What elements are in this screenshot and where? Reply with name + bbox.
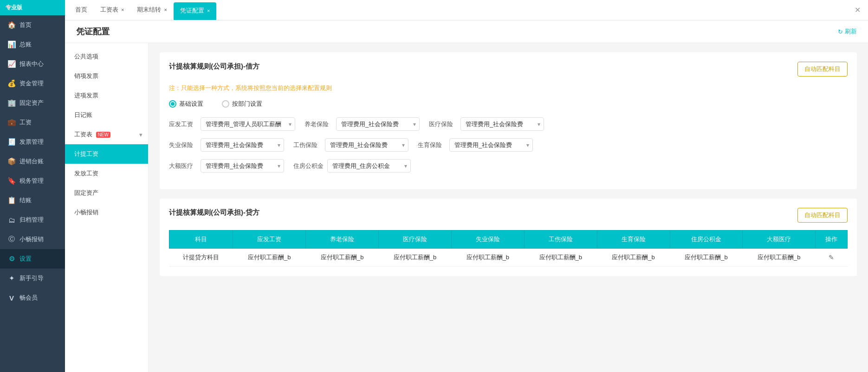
xiaochang-icon: Ⓒ	[7, 235, 16, 244]
radio-group: 基础设置 按部门设置	[169, 100, 848, 108]
close-all-tabs[interactable]: ✕	[851, 4, 864, 16]
left-nav-xiao-report[interactable]: 小畅报销	[65, 203, 148, 222]
left-nav-calc-salary[interactable]: 计提工资	[65, 144, 148, 164]
edit-icon[interactable]: ✎	[829, 254, 834, 261]
select-wrapper-major-medical: 管理费用_社会保险费	[201, 159, 284, 173]
sidebar-item-reports[interactable]: 📈 报表中心	[0, 54, 65, 74]
close-account-icon: 📋	[7, 196, 16, 205]
tab-home[interactable]: 首页	[69, 0, 94, 20]
col-unemployment: 失业保险	[451, 231, 524, 249]
select-pension[interactable]: 管理费用_社会保险费	[336, 117, 420, 131]
left-nav-public[interactable]: 公共选项	[65, 47, 148, 66]
sidebar-item-xiaochang[interactable]: Ⓒ 小畅报销	[0, 230, 65, 249]
tab-payroll[interactable]: 工资表 ×	[94, 0, 130, 20]
right-content: 计提核算规则(公司承担)-借方 自动匹配科目 注：只能选择一种方式，系统将按照您…	[149, 43, 868, 372]
form-row-1: 应发工资 管理费用_管理人员职工薪酬 养老保险 管理费用_社会保险费	[169, 117, 848, 131]
select-wrapper-maternity: 管理费用_社会保险费	[449, 138, 533, 152]
main-area: 首页 工资表 × 期末结转 × 凭证配置 × ✕ 凭证配置 ↻ 刷新 公共选项	[65, 0, 868, 372]
select-maternity[interactable]: 管理费用_社会保险费	[449, 138, 533, 152]
tab-voucher[interactable]: 凭证配置 ×	[174, 2, 216, 20]
cell-pension: 应付职工薪酬_b	[306, 249, 379, 267]
content-area: 公共选项 销项发票 进项发票 日记账 工资表 NEW ▾ 计提工资	[65, 43, 868, 372]
sidebar-item-funds[interactable]: 💰 资金管理	[0, 74, 65, 93]
tab-period-close[interactable]: ×	[164, 7, 167, 13]
cell-injury: 应付职工薪酬_b	[524, 249, 597, 267]
select-salary[interactable]: 管理费用_管理人员职工薪酬	[201, 117, 295, 131]
sidebar-item-assets[interactable]: 🏢 固定资产	[0, 93, 65, 113]
cell-major-medical: 应付职工薪酬_b	[743, 249, 816, 267]
invoice-icon: 🧾	[7, 138, 16, 146]
label-major-medical: 大额医疗	[169, 162, 197, 170]
select-medical[interactable]: 管理费用_社会保险费	[460, 117, 544, 131]
app-name: 专业版	[0, 0, 65, 15]
refresh-icon: ↻	[838, 28, 843, 35]
refresh-button[interactable]: ↻ 刷新	[838, 27, 857, 36]
field-housing: 住房公积金 管理费用_住房公积金	[293, 159, 411, 173]
left-nav-journal[interactable]: 日记账	[65, 105, 148, 125]
form-row-2: 失业保险 管理费用_社会保险费 工伤保险 管理费用_社会保险费	[169, 138, 848, 152]
sidebar: 专业版 🏠 首页 📊 总账 📈 报表中心 💰 资金管理 🏢 固定资产 💼 工资 …	[0, 0, 65, 372]
sidebar-item-home[interactable]: 🏠 首页	[0, 15, 65, 35]
col-major-medical: 大额医疗	[743, 231, 816, 249]
section-credit: 计提核算规则(公司承担)-贷方 自动匹配科目 科目 应发工资 养老保险 医疗保险…	[160, 199, 857, 276]
sidebar-item-inventory[interactable]: 📦 进销台账	[0, 152, 65, 171]
salary-icon: 💼	[7, 118, 16, 127]
field-salary: 应发工资 管理费用_管理人员职工薪酬	[169, 117, 295, 131]
col-salary: 应发工资	[233, 231, 306, 249]
left-nav-cancel-invoice[interactable]: 销项发票	[65, 66, 148, 86]
home-icon: 🏠	[7, 21, 16, 29]
cell-medical: 应付职工薪酬_b	[379, 249, 452, 267]
col-maternity: 生育保险	[597, 231, 670, 249]
inventory-icon: 📦	[7, 157, 16, 166]
col-housing: 住房公积金	[670, 231, 743, 249]
sidebar-item-guide[interactable]: ✦ 新手引导	[0, 269, 65, 288]
field-unemployment: 失业保险 管理费用_社会保险费	[169, 138, 284, 152]
left-nav-payroll-table[interactable]: 工资表 NEW ▾	[65, 125, 148, 144]
auto-match-debit-button[interactable]: 自动匹配科目	[797, 62, 848, 77]
select-wrapper-medical: 管理费用_社会保险费	[460, 117, 544, 131]
sidebar-item-tax[interactable]: 🔖 税务管理	[0, 171, 65, 191]
col-action: 操作	[816, 231, 848, 249]
select-injury[interactable]: 管理费用_社会保险费	[325, 138, 408, 152]
left-nav-input-invoice[interactable]: 进项发票	[65, 86, 148, 105]
col-medical: 医疗保险	[379, 231, 452, 249]
radio-basic[interactable]: 基础设置	[169, 100, 203, 108]
field-injury: 工伤保险 管理费用_社会保险费	[293, 138, 408, 152]
sidebar-item-salary[interactable]: 💼 工资	[0, 113, 65, 132]
member-icon: V	[7, 294, 16, 302]
sidebar-item-invoice[interactable]: 🧾 发票管理	[0, 132, 65, 152]
cell-salary: 应付职工薪酬_b	[233, 249, 306, 267]
guide-icon: ✦	[7, 274, 16, 282]
form-row-3: 大额医疗 管理费用_社会保险费 住房公积金 管理费用_住房公积金	[169, 159, 848, 173]
radio-department[interactable]: 按部门设置	[222, 100, 262, 108]
left-nav-fixed-assets[interactable]: 固定资产	[65, 183, 148, 203]
cell-unemployment: 应付职工薪酬_b	[451, 249, 524, 267]
auto-match-credit-button[interactable]: 自动匹配科目	[797, 208, 848, 223]
cell-housing: 应付职工薪酬_b	[670, 249, 743, 267]
tab-voucher-close[interactable]: ×	[207, 8, 210, 13]
credit-table: 科目 应发工资 养老保险 医疗保险 失业保险 工伤保险 生育保险 住房公积金 大…	[169, 230, 848, 267]
sidebar-item-settings[interactable]: ⚙ 设置	[0, 249, 65, 269]
cell-action[interactable]: ✎	[816, 249, 848, 267]
table-row: 计提贷方科目 应付职工薪酬_b 应付职工薪酬_b 应付职工薪酬_b 应付职工薪酬…	[169, 249, 848, 267]
left-nav: 公共选项 销项发票 进项发票 日记账 工资表 NEW ▾ 计提工资	[65, 43, 149, 372]
tab-bar: 首页 工资表 × 期末结转 × 凭证配置 × ✕	[65, 0, 868, 20]
left-nav-distribute[interactable]: 发放工资	[65, 164, 148, 183]
tab-period[interactable]: 期末结转 ×	[130, 0, 173, 20]
select-wrapper-pension: 管理费用_社会保险费	[336, 117, 420, 131]
label-medical: 医疗保险	[429, 120, 457, 128]
select-major-medical[interactable]: 管理费用_社会保险费	[201, 159, 284, 173]
tab-payroll-close[interactable]: ×	[121, 7, 124, 13]
section1-notice: 注：只能选择一种方式，系统将按照您当前的选择来配置规则	[169, 84, 848, 92]
section-debit: 计提核算规则(公司承担)-借方 自动匹配科目 注：只能选择一种方式，系统将按照您…	[160, 52, 857, 189]
sidebar-item-member[interactable]: V 畅会员	[0, 288, 65, 308]
sidebar-item-archive[interactable]: 🗂 归档管理	[0, 210, 65, 230]
radio-department-circle	[222, 100, 229, 108]
select-wrapper-unemployment: 管理费用_社会保险费	[201, 138, 284, 152]
sidebar-item-close[interactable]: 📋 结账	[0, 191, 65, 210]
archive-icon: 🗂	[7, 216, 16, 224]
select-housing[interactable]: 管理费用_住房公积金	[327, 159, 411, 173]
label-salary: 应发工资	[169, 120, 197, 128]
select-unemployment[interactable]: 管理费用_社会保险费	[201, 138, 284, 152]
sidebar-item-ledger[interactable]: 📊 总账	[0, 35, 65, 54]
